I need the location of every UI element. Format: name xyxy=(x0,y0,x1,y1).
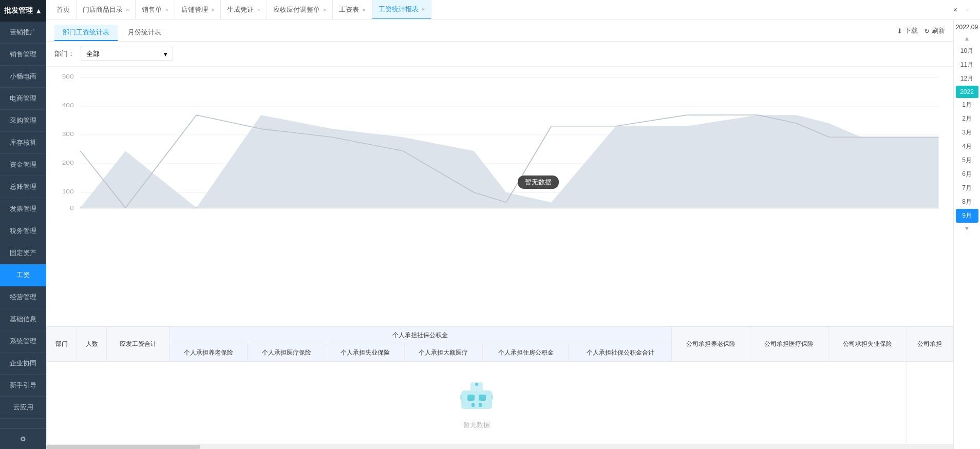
sidebar-item-gz[interactable]: 工资 xyxy=(0,264,46,286)
sidebar-item-cggl[interactable]: 采购管理 xyxy=(0,110,46,132)
sidebar-item-yxty[interactable]: 营销推广 xyxy=(0,22,46,44)
sidebar-item-dsgl[interactable]: 电商管理 xyxy=(0,88,46,110)
date-nav-down[interactable]: ▼ xyxy=(960,223,974,234)
tab-store-mgmt[interactable]: 店铺管理 × xyxy=(175,0,221,19)
close-all-button[interactable]: × xyxy=(951,5,959,15)
date-item-9[interactable]: 9月 xyxy=(956,209,978,223)
sidebar-item-xsyd[interactable]: 新手引导 xyxy=(0,375,46,397)
sidebar-item-jcxx[interactable]: 基础信息 xyxy=(0,308,46,330)
date-display[interactable]: 2022.09 xyxy=(955,22,979,33)
date-item-1[interactable]: 1月 xyxy=(956,98,978,112)
svg-text:100: 100 xyxy=(62,188,74,195)
refresh-icon: ↻ xyxy=(924,27,930,35)
chart-area: 500 400 300 200 100 0 xyxy=(46,67,953,326)
sidebar-item-fpgl[interactable]: 发票管理 xyxy=(0,198,46,220)
tab-close-voucher[interactable]: × xyxy=(257,7,260,13)
svg-rect-16 xyxy=(472,403,475,407)
chevron-down-icon: ▾ xyxy=(164,50,167,58)
date-item-2[interactable]: 2月 xyxy=(956,112,978,126)
date-item-7[interactable]: 7月 xyxy=(956,181,978,195)
tab-close-sales-order[interactable]: × xyxy=(165,7,168,13)
tab-payroll-report[interactable]: 工资统计报表 × xyxy=(372,0,431,19)
page-content: 部门工资统计表 月份统计表 ⬇ 下载 ↻ 刷新 xyxy=(46,19,953,449)
date-nav-up[interactable]: ▲ xyxy=(960,33,974,44)
svg-point-19 xyxy=(475,383,478,386)
tab-ar-adjustment[interactable]: 应收应付调整单 × xyxy=(267,0,333,19)
date-item-4[interactable]: 4月 xyxy=(956,140,978,153)
tab-voucher[interactable]: 生成凭证 × xyxy=(221,0,267,19)
col-dept: 部门 xyxy=(47,327,77,362)
sidebar-item-yyyg[interactable]: 云应用 xyxy=(0,397,46,419)
sidebar-item-kchsj[interactable]: 库存核算 xyxy=(0,132,46,154)
minimize-button[interactable]: − xyxy=(964,5,972,15)
svg-rect-17 xyxy=(479,403,482,407)
svg-rect-21 xyxy=(460,395,462,400)
gear-icon: ⚙ xyxy=(20,435,26,443)
no-data-area: 暂无数据 xyxy=(52,365,901,440)
dept-filter-select[interactable]: 全部 ▾ xyxy=(81,47,173,61)
col-group-personal: 个人承担社保公积金 xyxy=(169,327,671,344)
sidebar-title: 批发管理 xyxy=(4,6,33,15)
tab-home[interactable]: 首页 xyxy=(50,0,77,19)
col-company-other: 公司承担 xyxy=(907,327,953,362)
sidebar-item-qytx[interactable]: 企业协同 xyxy=(0,353,46,375)
date-item-year-2022[interactable]: 2022 xyxy=(956,86,978,98)
no-data-icon xyxy=(456,375,497,416)
content-area: 部门工资统计表 月份统计表 ⬇ 下载 ↻ 刷新 xyxy=(46,19,980,449)
scroll-thumb[interactable] xyxy=(46,445,200,449)
dept-filter-label: 部门： xyxy=(54,49,74,58)
tab-close-ar-adjustment[interactable]: × xyxy=(323,7,326,13)
download-button[interactable]: ⬇ 下载 xyxy=(897,26,918,35)
chart-svg: 500 400 300 200 100 0 xyxy=(54,71,945,214)
sidebar-item-xced[interactable]: 小畅电商 xyxy=(0,66,46,88)
date-item-3[interactable]: 3月 xyxy=(956,126,978,140)
table-container[interactable]: 部门 人数 应发工资合计 个人承担社保公积金 公司承担养老保险 公司承担医疗保险… xyxy=(46,326,953,444)
sub-tab-month[interactable]: 月份统计表 xyxy=(120,25,169,41)
svg-text:300: 300 xyxy=(62,130,74,138)
sidebar-item-zzgl[interactable]: 总账管理 xyxy=(0,176,46,198)
download-icon: ⬇ xyxy=(897,27,902,35)
date-item-5[interactable]: 5月 xyxy=(956,153,978,167)
sidebar-toggle-icon: ▲ xyxy=(35,7,42,15)
date-item-11[interactable]: 11月 xyxy=(956,58,978,72)
col-total-salary: 应发工资合计 xyxy=(107,327,169,362)
tab-store-catalog[interactable]: 门店商品目录 × xyxy=(77,0,136,19)
date-item-8[interactable]: 8月 xyxy=(956,195,978,209)
tab-payroll[interactable]: 工资表 × xyxy=(333,0,372,19)
col-personal-housing: 个人承担住房公积金 xyxy=(483,344,569,362)
scroll-bar-area[interactable] xyxy=(46,444,953,449)
table-row-empty: 暂无数据 xyxy=(47,362,953,443)
sidebar-item-zjgl[interactable]: 资金管理 xyxy=(0,154,46,176)
col-company-medical: 公司承担医疗保险 xyxy=(750,327,828,362)
svg-rect-22 xyxy=(491,395,493,400)
sidebar-item-jygl[interactable]: 经营管理 xyxy=(0,286,46,308)
date-item-10[interactable]: 10月 xyxy=(956,44,978,58)
col-personal-medical: 个人承担医疗保险 xyxy=(248,344,326,362)
svg-rect-15 xyxy=(479,395,486,401)
refresh-button[interactable]: ↻ 刷新 xyxy=(924,26,945,35)
svg-rect-13 xyxy=(461,391,492,409)
svg-text:500: 500 xyxy=(62,73,74,80)
no-data-text: 暂无数据 xyxy=(463,420,490,430)
payroll-table: 部门 人数 应发工资合计 个人承担社保公积金 公司承担养老保险 公司承担医疗保险… xyxy=(46,326,953,443)
settings-button[interactable]: ⚙ xyxy=(0,428,46,449)
tab-close-payroll-report[interactable]: × xyxy=(422,6,425,12)
sub-tab-dept[interactable]: 部门工资统计表 xyxy=(54,25,118,41)
sidebar-item-xsgl[interactable]: 销售管理 xyxy=(0,44,46,66)
svg-text:200: 200 xyxy=(62,159,74,166)
filter-bar: 部门： 全部 ▾ xyxy=(46,42,953,67)
sidebar-item-gdzc[interactable]: 固定资产 xyxy=(0,242,46,264)
sub-tabs-right: ⬇ 下载 ↻ 刷新 xyxy=(897,26,945,40)
sidebar-item-xtgl[interactable]: 系统管理 xyxy=(0,330,46,353)
sidebar-header[interactable]: 批发管理 ▲ xyxy=(0,0,46,22)
tab-close-store-mgmt[interactable]: × xyxy=(211,7,214,13)
col-personal-pension: 个人承担养老保险 xyxy=(169,344,248,362)
tab-close-store-catalog[interactable]: × xyxy=(126,7,129,13)
date-item-12[interactable]: 12月 xyxy=(956,72,978,86)
tab-close-payroll[interactable]: × xyxy=(362,7,365,13)
tab-sales-order[interactable]: 销售单 × xyxy=(136,0,175,19)
sub-tabs: 部门工资统计表 月份统计表 ⬇ 下载 ↻ 刷新 xyxy=(46,19,953,42)
col-company-pension: 公司承担养老保险 xyxy=(672,327,750,362)
date-item-6[interactable]: 6月 xyxy=(956,167,978,181)
sidebar-item-swgl[interactable]: 税务管理 xyxy=(0,220,46,242)
